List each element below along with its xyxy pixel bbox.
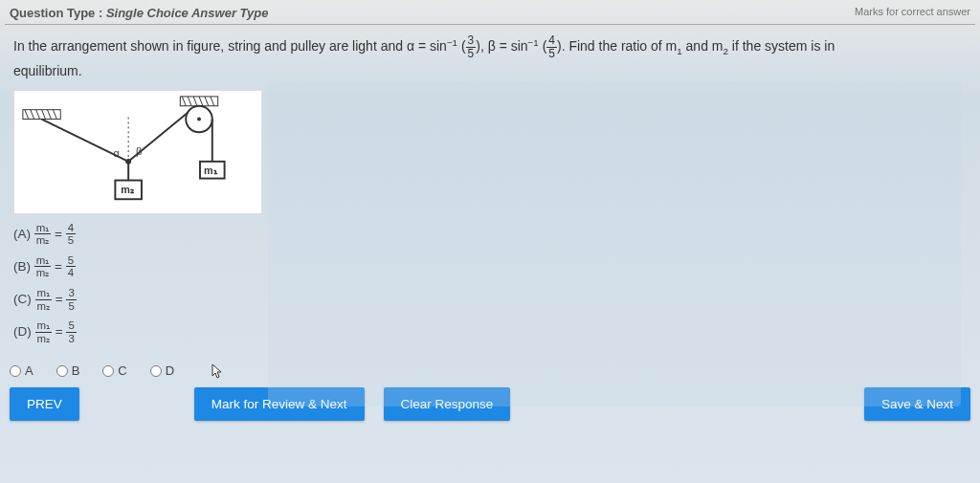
m1-label: m₁: [204, 164, 218, 175]
header: Question Type : Single Choice Answer Typ…: [0, 0, 980, 24]
opt-c-eq: =: [56, 292, 67, 306]
svg-point-15: [197, 117, 201, 121]
opt-b-prefix: (B): [13, 258, 34, 273]
radio-d-label: D: [166, 363, 174, 378]
save-next-button[interactable]: Save & Next: [864, 387, 970, 421]
opt-d-rden: 3: [66, 333, 76, 345]
beta-label: β: [136, 145, 142, 157]
svg-line-12: [205, 96, 209, 105]
question-type-label: Question Type :: [10, 6, 102, 20]
svg-line-1: [25, 109, 29, 119]
radio-d[interactable]: D: [150, 363, 174, 378]
opt-a-rden: 5: [66, 234, 76, 247]
radio-a[interactable]: A: [10, 363, 33, 378]
svg-line-6: [53, 109, 56, 119]
answer-radios: A B C D: [0, 358, 980, 387]
option-a: (A) m₁m₂ = 45: [13, 222, 967, 247]
opt-c-prefix: (C): [13, 292, 35, 306]
q-beta-exp: −1: [528, 37, 539, 48]
svg-line-13: [211, 96, 214, 105]
question-type-value: Single Choice Answer Type: [106, 6, 269, 20]
m2-label: m₂: [121, 184, 134, 195]
q-alpha-exp: −1: [447, 37, 457, 48]
opt-b-num: m₁: [34, 254, 52, 268]
prev-button[interactable]: PREV: [10, 387, 79, 421]
svg-line-5: [47, 109, 51, 119]
opt-a-prefix: (A): [13, 226, 34, 240]
opt-c-rnum: 3: [66, 287, 76, 300]
opt-c-rden: 5: [66, 300, 76, 313]
svg-line-4: [42, 109, 46, 119]
button-row: PREV Mark for Review & Next Clear Respon…: [0, 387, 980, 432]
q-text-part3: if the system is in: [728, 38, 835, 54]
option-c: (C) m₁m₂ = 35: [13, 287, 967, 312]
q-beta: β = sin: [488, 38, 528, 54]
opt-c-num: m₁: [35, 287, 53, 300]
opt-b-den: m₂: [34, 267, 52, 279]
q-alpha: α = sin: [407, 38, 447, 54]
marks-hint: Marks for correct answer: [855, 6, 970, 20]
radio-b-label: B: [72, 363, 80, 378]
opt-c-den: m₂: [35, 300, 53, 313]
radio-a-label: A: [25, 363, 33, 378]
opt-a-num: m₁: [34, 222, 52, 235]
beta-num: 4: [546, 34, 557, 48]
option-d: (D) m₁m₂ = 53: [13, 319, 967, 344]
radio-c-input[interactable]: [102, 365, 114, 377]
options-list: (A) m₁m₂ = 45 (B) m₁m₂ = 54 (C) m₁m₂ = 3…: [13, 222, 967, 345]
q-text-part: In the arrangement shown in figure, stri…: [13, 38, 407, 54]
radio-b[interactable]: B: [56, 363, 80, 378]
opt-a-eq: =: [55, 226, 66, 240]
svg-line-10: [193, 96, 197, 105]
opt-a-den: m₂: [34, 234, 52, 247]
svg-line-11: [199, 96, 203, 105]
opt-d-den: m₂: [35, 333, 53, 345]
opt-d-prefix: (D): [13, 324, 35, 339]
svg-line-3: [36, 109, 40, 119]
radio-d-input[interactable]: [150, 365, 162, 377]
radio-a-input[interactable]: [10, 365, 21, 377]
mark-review-button[interactable]: Mark for Review & Next: [194, 387, 365, 421]
q-and: and m: [682, 38, 724, 54]
opt-a-rnum: 4: [66, 222, 76, 235]
question-figure: α β m₂ m₁: [13, 90, 262, 214]
svg-line-8: [182, 96, 186, 105]
radio-c[interactable]: C: [102, 363, 126, 378]
option-b: (B) m₁m₂ = 54: [13, 254, 967, 279]
clear-response-button[interactable]: Clear Response: [384, 387, 511, 421]
question-text: In the arrangement shown in figure, stri…: [13, 34, 967, 82]
q-line2: equilibrium.: [13, 63, 82, 78]
beta-den: 5: [546, 48, 557, 60]
alpha-label: α: [113, 147, 119, 159]
opt-d-rnum: 5: [66, 319, 76, 333]
svg-line-9: [188, 96, 191, 105]
opt-b-eq: =: [55, 258, 66, 273]
radio-c-label: C: [118, 363, 126, 378]
alpha-den: 5: [466, 48, 477, 60]
q-text-part2: . Find the ratio of m: [562, 38, 678, 54]
alpha-num: 3: [466, 34, 477, 48]
opt-d-num: m₁: [35, 319, 53, 333]
question-content: In the arrangement shown in figure, stri…: [0, 25, 980, 358]
opt-b-rden: 4: [66, 267, 76, 279]
opt-d-eq: =: [56, 324, 67, 339]
q-comma: ,: [480, 38, 488, 54]
opt-b-rnum: 5: [66, 254, 76, 268]
svg-line-2: [31, 109, 34, 119]
radio-b-input[interactable]: [56, 365, 68, 377]
